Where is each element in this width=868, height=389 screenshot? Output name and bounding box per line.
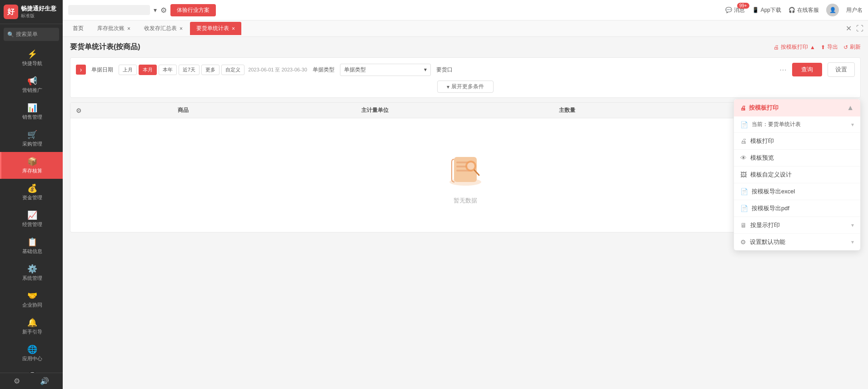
search-menu-button[interactable]: 🔍 搜索菜单 [4,28,59,41]
print-template-button[interactable]: 🖨 按模板打印 ▲ [773,43,815,51]
tab-home[interactable]: 首页 [66,22,90,35]
system-icon: ⚙️ [27,264,37,274]
printer-dropdown-icon: 🖨 [740,105,746,111]
topbar-settings-button[interactable]: ⚙ [160,6,167,15]
topbar-right: 💬 消息 99+ 📱 App下载 🎧 在线客服 👤 用户名 [725,4,863,16]
date-btn-this-year[interactable]: 本年 [159,65,177,75]
tab-order-stat-close[interactable]: × [232,25,235,32]
current-template-item[interactable]: 📄 当前：要货单统计表 ▾ [734,116,860,133]
sidebar-item-wechat[interactable]: 💬 企业微信 [0,367,63,373]
dropdown-close-button[interactable]: ▲ [847,104,854,112]
sidebar-item-collab[interactable]: 🤝 企业协同 [0,286,63,313]
sidebar-item-purchase[interactable]: 🛒 采购管理 [0,125,63,152]
empty-illustration [443,146,488,191]
tab-inventory-batch[interactable]: 库存批次账 × [91,22,137,35]
date-btn-7days[interactable]: 近7天 [179,65,200,75]
search-icon: 🔍 [7,31,14,38]
date-btn-this-month[interactable]: 本月 [139,65,157,75]
export-button[interactable]: ⬆ 导出 [821,43,838,51]
display-print-item[interactable]: 🖥 按显示打印 ▾ [734,217,860,234]
app-logo: 好 畅捷通好生意 标准版 [0,0,63,24]
tab-collection-summary-close[interactable]: × [180,25,183,32]
download-icon: 📱 [752,7,759,13]
apps-icon: 🌐 [27,344,37,354]
empty-text: 暂无数据 [454,197,477,205]
tab-order-stat[interactable]: 要货单统计表 × [190,22,241,35]
sidebar-item-finance[interactable]: 💰 资金管理 [0,179,63,206]
expand-conditions-button[interactable]: ▾ 展开更多条件 [437,81,494,93]
template-print-item[interactable]: 🖨 模板打印 [734,133,860,150]
sidebar-item-operation[interactable]: 📈 经营管理 [0,206,63,232]
column-settings-button[interactable]: ⚙ [76,107,82,114]
quick-nav-icon: ⚡ [27,49,37,59]
topbar-search-input[interactable] [68,5,150,15]
more-options-button[interactable]: ⋯ [779,66,787,74]
page-title-bar: 要货单统计表(按商品) 🖨 按模板打印 ▲ ⬆ 导出 ↺ 刷新 [70,42,861,52]
refresh-button[interactable]: ↺ 刷新 [843,43,861,51]
topbar: ▾ ⚙ 体验行业方案 💬 消息 99+ 📱 App下载 🎧 在线客服 👤 用户名 [63,0,868,20]
finance-icon: 💰 [27,183,37,193]
sidebar-item-system[interactable]: ⚙️ 系统管理 [0,259,63,286]
type-filter-select[interactable]: 单据类型 ▾ [340,64,431,76]
template-preview-item[interactable]: 👁 模板预览 [734,150,860,167]
sidebar-item-marketing[interactable]: 📢 营销推广 [0,71,63,98]
pdf-icon: 📄 [740,205,748,212]
date-btn-last-month[interactable]: 上月 [119,65,137,75]
refresh-icon: ↺ [843,44,848,51]
customer-service-button[interactable]: 🎧 在线客服 [788,6,819,14]
default-func-arrow-icon: ▾ [851,239,854,245]
sidebar-item-sales[interactable]: 📊 销售管理 [0,98,63,125]
template-export-excel-item[interactable]: 📄 按模板导出excel [734,183,860,200]
dropdown-header: 🖨 按模板打印 ▲ [734,99,860,116]
svg-point-6 [467,162,474,170]
sidebar-item-basic[interactable]: 📋 基础信息 [0,232,63,259]
order-type-label: 要货口 [436,66,453,74]
sidebar-nav: ⚡ 快捷导航 📢 营销推广 📊 销售管理 🛒 采购管理 📦 库存核算 💰 资金管… [0,45,63,373]
default-func-item[interactable]: ⚙ 设置默认功能 ▾ [734,234,860,250]
template-export-pdf-item[interactable]: 📄 按模板导出pdf [734,200,860,217]
app-download-button[interactable]: 📱 App下载 [752,6,781,14]
display-print-icon: 🖥 [740,222,747,229]
date-btn-more[interactable]: 更多 [201,65,219,75]
tab-collection-summary[interactable]: 收发存汇总表 × [138,22,189,35]
message-button[interactable]: 💬 消息 99+ [725,6,745,14]
sidebar-search-area[interactable]: 🔍 搜索菜单 [0,24,63,45]
col-header-unit: 主计量单位 [279,106,471,114]
sidebar-sound-button[interactable]: 🔊 [40,377,49,385]
filter-row-1: › 单据日期 上月 本月 本年 近7天 更多 自定义 2023-06-01 至 … [76,62,855,77]
expand-icon: ▾ [447,84,449,90]
sidebar-item-guide[interactable]: 🔔 新手引导 [0,313,63,340]
tab-inventory-batch-close[interactable]: × [127,25,130,32]
maximize-tab-button[interactable]: ⛶ [855,24,864,34]
page-actions: 🖨 按模板打印 ▲ ⬆ 导出 ↺ 刷新 [773,43,861,51]
tabs-bar: 首页 库存批次账 × 收发存汇总表 × 要货单统计表 × ✕ ⛶ [63,20,868,37]
type-placeholder: 单据类型 [344,66,366,74]
display-print-arrow-icon: ▾ [851,222,854,228]
printer-icon: 🖨 [773,44,779,51]
topbar-dropdown-button[interactable]: ▾ [154,6,157,14]
export-icon: ⬆ [821,44,825,51]
message-badge: 99+ [737,3,749,9]
template-design-icon: 🖼 [740,171,747,178]
user-avatar[interactable]: 👤 [826,4,839,16]
guide-icon: 🔔 [27,318,37,328]
sidebar-settings-button[interactable]: ⚙ [14,377,20,385]
close-tab-button[interactable]: ✕ [845,23,853,34]
date-btn-custom[interactable]: 自定义 [221,65,244,75]
collab-icon: 🤝 [27,291,37,301]
operation-icon: 📈 [27,210,37,220]
filter-expand-left-button[interactable]: › [76,65,86,75]
settings-button[interactable]: 设置 [828,62,855,77]
sidebar-item-inventory[interactable]: 📦 库存核算 [0,152,63,179]
sidebar-item-apps[interactable]: 🌐 应用中心 [0,340,63,367]
content-area: 要货单统计表(按商品) 🖨 按模板打印 ▲ ⬆ 导出 ↺ 刷新 [63,37,868,389]
col-header-quantity: 主数量 [471,106,663,114]
sidebar-item-quick-nav[interactable]: ⚡ 快捷导航 [0,45,63,71]
query-button[interactable]: 查询 [792,63,822,76]
dropdown-title: 🖨 按模板打印 [740,104,778,112]
print-dropdown-popup: 🖨 按模板打印 ▲ 📄 当前：要货单统计表 ▾ 🖨 模板打印 👁 模板预览 🖼 [733,99,861,251]
trial-button[interactable]: 体验行业方案 [170,4,216,16]
message-icon: 💬 [725,7,732,13]
marketing-icon: 📢 [27,76,37,86]
template-design-item[interactable]: 🖼 模板自定义设计 [734,167,860,183]
